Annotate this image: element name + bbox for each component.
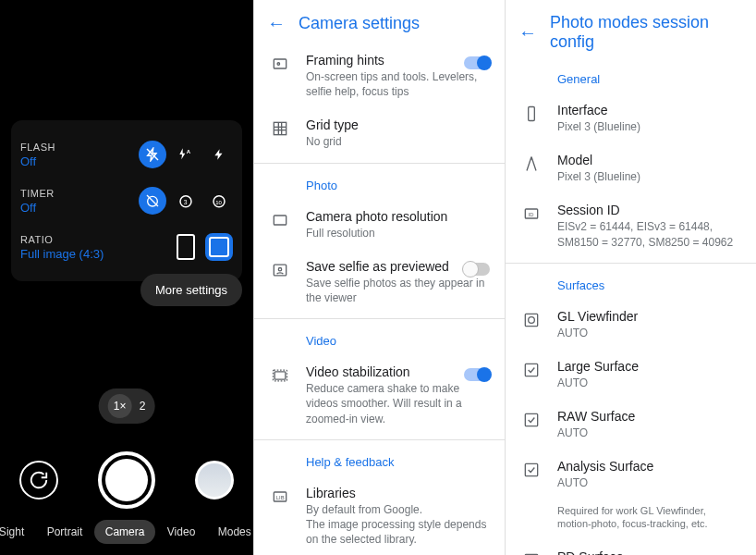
zoom-2x[interactable]: 2 bbox=[140, 400, 146, 413]
mode-portrait[interactable]: Portrait bbox=[36, 520, 94, 544]
divider bbox=[254, 439, 505, 440]
libraries-title: Libraries bbox=[306, 486, 490, 500]
surfaces-section-header: Surfaces bbox=[506, 267, 756, 300]
viewfinder-icon bbox=[520, 311, 543, 329]
item-analysis-surface[interactable]: Analysis Surface AUTO bbox=[506, 450, 756, 500]
flash-on-icon[interactable] bbox=[205, 141, 233, 168]
flash-auto-icon[interactable]: A bbox=[172, 141, 200, 168]
mode-nightsight[interactable]: t Sight bbox=[0, 520, 35, 544]
mode-video[interactable]: Video bbox=[156, 520, 206, 544]
camera-settings-title: Camera settings bbox=[299, 14, 420, 33]
grid-sub: No grid bbox=[306, 134, 490, 149]
framing-hints-title: Framing hints bbox=[306, 53, 490, 68]
item-session-id[interactable]: ID Session ID EISv2 = 61444, EISv3 = 614… bbox=[506, 193, 756, 258]
selfie-switch[interactable] bbox=[464, 263, 490, 276]
stabilize-title: Video stabilization bbox=[306, 364, 490, 379]
ratio-tall-icon[interactable] bbox=[172, 233, 200, 261]
item-stabilize[interactable]: Video stabilization Reduce camera shake … bbox=[254, 355, 505, 436]
camera-settings-pane: ← Camera settings Framing hints On-scree… bbox=[253, 0, 505, 555]
large-sub: AUTO bbox=[557, 376, 741, 390]
timer-off-icon[interactable] bbox=[139, 187, 166, 215]
grid-title: Grid type bbox=[306, 117, 490, 132]
timer-row: TIMER Off 3 10 bbox=[20, 178, 233, 224]
libraries-sub: By default from Google. The image proces… bbox=[306, 502, 490, 548]
svg-text:10: 10 bbox=[215, 200, 222, 205]
general-section-header: General bbox=[506, 61, 756, 93]
svg-rect-10 bbox=[274, 123, 286, 135]
back-arrow-icon[interactable]: ← bbox=[267, 13, 286, 34]
svg-rect-32 bbox=[525, 413, 537, 426]
item-large-surface[interactable]: Large Surface AUTO bbox=[506, 350, 756, 400]
mode-strip: t Sight Portrait Camera Video Modes bbox=[0, 520, 262, 544]
libraries-icon: LIB bbox=[269, 487, 291, 506]
svg-rect-15 bbox=[274, 216, 286, 225]
item-grid-type[interactable]: Grid type No grid bbox=[254, 108, 505, 158]
svg-rect-18 bbox=[274, 372, 286, 379]
flash-off-icon[interactable] bbox=[139, 141, 166, 168]
framing-hints-icon bbox=[269, 55, 291, 73]
item-gl-viewfinder[interactable]: GL Viewfinder AUTO bbox=[506, 300, 756, 350]
shutter-button[interactable] bbox=[98, 451, 155, 509]
timer-3s-icon[interactable]: 3 bbox=[172, 187, 200, 215]
zoom-1x[interactable]: 1× bbox=[108, 394, 132, 418]
item-save-selfie[interactable]: Save selfie as previewed Save selfie pho… bbox=[254, 250, 505, 314]
session-config-title: Photo modes session config bbox=[550, 13, 743, 52]
item-framing-hints[interactable]: Framing hints On-screen tips and tools. … bbox=[254, 43, 505, 108]
flash-value: Off bbox=[20, 154, 55, 168]
camera-settings-appbar: ← Camera settings bbox=[254, 0, 505, 43]
more-settings-button[interactable]: More settings bbox=[140, 274, 242, 306]
flash-row: FLASH Off A bbox=[20, 131, 233, 178]
timer-value: Off bbox=[20, 201, 55, 215]
timer-label: TIMER bbox=[20, 188, 55, 199]
raw-title: RAW Surface bbox=[557, 409, 741, 424]
item-raw-surface[interactable]: RAW Surface AUTO bbox=[506, 400, 756, 450]
item-resolution[interactable]: Camera photo resolution Full resolution bbox=[254, 200, 505, 250]
item-libraries[interactable]: LIB Libraries By default from Google. Th… bbox=[254, 476, 505, 555]
ratio-label: RATIO bbox=[20, 234, 104, 245]
model-title: Model bbox=[557, 153, 741, 167]
item-interface[interactable]: Interface Pixel 3 (Blueline) bbox=[506, 93, 756, 143]
svg-point-9 bbox=[277, 63, 280, 66]
gallery-thumbnail[interactable] bbox=[195, 461, 234, 500]
framing-hints-switch[interactable] bbox=[464, 56, 490, 69]
camera-app-pane: FLASH Off A TIMER Off 3 10 RATIO bbox=[0, 0, 253, 555]
divider bbox=[254, 163, 505, 164]
svg-text:ID: ID bbox=[529, 212, 534, 217]
back-arrow-icon[interactable]: ← bbox=[518, 22, 537, 43]
large-title: Large Surface bbox=[557, 359, 741, 374]
resolution-sub: Full resolution bbox=[306, 226, 490, 240]
photo-section-header: Photo bbox=[254, 167, 505, 200]
svg-rect-33 bbox=[525, 464, 537, 476]
svg-text:A: A bbox=[187, 149, 191, 154]
item-pd-surface[interactable]: PD Surface AUTO bbox=[506, 540, 756, 555]
grid-icon bbox=[269, 119, 291, 138]
session-sub: EISv2 = 61444, EISv3 = 61448, SM8150 = 3… bbox=[557, 219, 741, 249]
interface-title: Interface bbox=[557, 103, 741, 117]
analysis-title: Analysis Surface bbox=[557, 459, 741, 474]
timer-10s-icon[interactable]: 10 bbox=[205, 187, 233, 215]
interface-sub: Pixel 3 (Blueline) bbox=[557, 119, 741, 134]
item-model[interactable]: Model Pixel 3 (Blueline) bbox=[506, 143, 756, 193]
checkbox-icon bbox=[520, 461, 543, 479]
session-title: Session ID bbox=[557, 203, 741, 217]
resolution-icon bbox=[269, 211, 291, 229]
pd-title: PD Surface bbox=[557, 549, 741, 555]
analysis-sub: AUTO bbox=[557, 475, 741, 490]
mode-camera[interactable]: Camera bbox=[94, 520, 156, 544]
camera-bottom-bar bbox=[0, 451, 253, 509]
svg-rect-26 bbox=[529, 107, 535, 121]
stabilize-sub: Reduce camera shake to make videos smoot… bbox=[306, 381, 490, 426]
help-section-header: Help & feedback bbox=[254, 444, 505, 476]
shutter-inner bbox=[105, 459, 148, 501]
ratio-43-icon[interactable] bbox=[205, 233, 233, 261]
switch-camera-button[interactable] bbox=[19, 461, 58, 500]
svg-text:LIB: LIB bbox=[276, 494, 285, 500]
ratio-row: RATIO Full image (4:3) bbox=[20, 224, 233, 270]
zoom-selector[interactable]: 1× 2 bbox=[99, 388, 155, 424]
framing-hints-sub: On-screen tips and tools. Levelers, self… bbox=[306, 69, 490, 99]
checkbox-icon bbox=[520, 361, 543, 379]
model-sub: Pixel 3 (Blueline) bbox=[557, 169, 741, 184]
session-config-pane: ← Photo modes session config General Int… bbox=[505, 0, 756, 555]
stabilize-switch[interactable] bbox=[464, 368, 490, 381]
divider bbox=[254, 318, 505, 319]
